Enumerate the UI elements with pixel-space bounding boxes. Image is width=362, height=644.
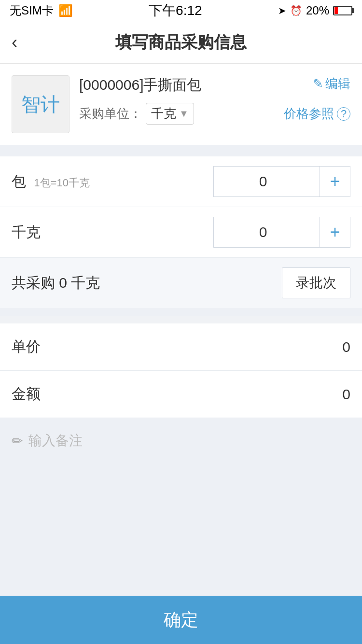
product-section: 智计 [0000006]手撕面包 ✎ 编辑 采购单位： 千克 ▼ <box>0 64 362 149</box>
price-ref-icon: ? <box>337 107 350 121</box>
status-bar-left: 无SIM卡 📶 <box>10 3 73 18</box>
status-bar-time: 下午6:12 <box>149 1 202 20</box>
quantity-input-group-kg: + <box>213 217 350 248</box>
amount-value: 0 <box>342 386 350 403</box>
wifi-icon: 📶 <box>58 4 73 17</box>
product-unit-row: 采购单位： 千克 ▼ 价格参照 ? <box>79 103 350 125</box>
unit-price-value: 0 <box>342 339 350 355</box>
total-row: 共采购 0 千克 录批次 <box>0 258 362 308</box>
product-header: [0000006]手撕面包 ✎ 编辑 <box>79 75 350 95</box>
total-label: 共采购 0 千克 <box>12 273 282 293</box>
quantity-section: 包 1包=10千克 + 千克 + 共采购 0 千克 录批次 <box>0 156 362 308</box>
unit-value: 千克 <box>151 105 176 122</box>
status-bar: 无SIM卡 📶 下午6:12 ➤ ⏰ 20% <box>0 0 362 21</box>
location-icon: ➤ <box>278 5 286 16</box>
back-button[interactable]: ‹ <box>12 32 17 53</box>
quantity-label-bao: 包 1包=10千克 <box>12 172 213 192</box>
unit-select[interactable]: 千克 ▼ <box>146 103 194 125</box>
unit-price-row: 单价 0 <box>0 323 362 371</box>
quantity-row-bao: 包 1包=10千克 + <box>0 156 362 207</box>
info-section: 单价 0 金额 0 <box>0 323 362 418</box>
price-ref-button[interactable]: 价格参照 ? <box>284 105 350 122</box>
battery-icon <box>333 6 352 15</box>
product-logo: 智计 <box>21 91 60 118</box>
quantity-plus-bao[interactable]: + <box>320 166 350 197</box>
edit-button[interactable]: ✎ 编辑 <box>313 75 350 92</box>
product-info: [0000006]手撕面包 ✎ 编辑 采购单位： 千克 ▼ 价格参照 ? <box>79 75 350 125</box>
chevron-down-icon: ▼ <box>179 108 189 119</box>
edit-label: 编辑 <box>325 75 350 92</box>
note-placeholder: 输入备注 <box>28 432 83 450</box>
amount-label: 金额 <box>12 384 342 404</box>
amount-row: 金额 0 <box>0 371 362 418</box>
batch-button[interactable]: 录批次 <box>282 267 350 298</box>
product-image: 智计 <box>12 75 70 133</box>
battery-percent: 20% <box>306 4 329 17</box>
price-ref-label: 价格参照 <box>284 105 334 122</box>
status-bar-right: ➤ ⏰ 20% <box>278 4 352 17</box>
unit-price-label: 单价 <box>12 337 342 357</box>
nav-bar: ‹ 填写商品采购信息 <box>0 21 362 64</box>
page-title: 填写商品采购信息 <box>115 31 247 54</box>
sim-status: 无SIM卡 <box>10 3 54 18</box>
unit-label: 采购单位： 千克 ▼ <box>79 103 194 125</box>
section-divider-2 <box>0 308 362 316</box>
quantity-input-group-bao: + <box>213 166 350 197</box>
quantity-sub-bao: 1包=10千克 <box>34 177 90 189</box>
pencil-icon: ✏ <box>12 433 23 449</box>
quantity-plus-kg[interactable]: + <box>320 217 350 248</box>
quantity-input-kg[interactable] <box>213 217 320 248</box>
section-divider-1 <box>0 149 362 156</box>
note-section[interactable]: ✏ 输入备注 <box>0 418 362 463</box>
confirm-button[interactable]: 确定 <box>0 596 362 644</box>
product-name: [0000006]手撕面包 <box>79 75 201 95</box>
bottom-spacer <box>0 463 362 608</box>
quantity-label-kg: 千克 <box>12 223 213 242</box>
alarm-icon: ⏰ <box>290 5 302 16</box>
quantity-input-bao[interactable] <box>213 166 320 197</box>
quantity-row-kg: 千克 + <box>0 207 362 258</box>
edit-icon: ✎ <box>313 76 323 91</box>
